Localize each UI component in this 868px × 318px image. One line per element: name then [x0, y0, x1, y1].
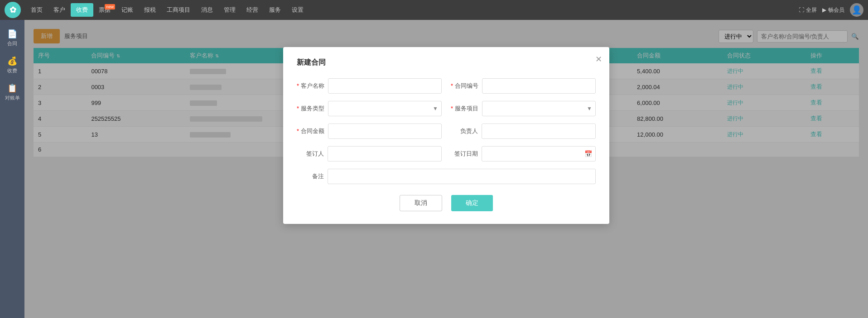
amount-label: 合同金额: [297, 127, 324, 135]
remarks-input[interactable]: [328, 169, 596, 184]
service-item-select[interactable]: [482, 101, 596, 116]
person-in-charge-label: 负责人: [451, 127, 478, 135]
form-group-person: 负责人: [451, 123, 596, 139]
remarks-label: 备注: [297, 172, 324, 180]
contract-no-label: 合同编号: [451, 82, 478, 90]
customer-name-label: 客户名称: [297, 82, 324, 90]
form-group-service-type: 服务类型 ▼: [297, 101, 442, 116]
cancel-button[interactable]: 取消: [400, 195, 442, 211]
nav-item-management[interactable]: 管理: [218, 3, 241, 17]
nav-item-message[interactable]: 消息: [196, 3, 218, 17]
nav-item-operation[interactable]: 经营: [241, 3, 264, 17]
form-group-remarks: 备注: [297, 169, 596, 184]
sign-date-label: 签订日期: [451, 150, 478, 158]
contract-no-input[interactable]: [482, 78, 596, 94]
sidebar-item-contract[interactable]: 📄 合同: [0, 24, 24, 52]
service-type-select[interactable]: [328, 101, 442, 116]
form-group-contract-no: 合同编号: [451, 78, 596, 94]
nav-item-tax[interactable]: 报税: [139, 3, 161, 17]
sidebar-item-statement[interactable]: 📋 对账单: [0, 79, 24, 106]
nav-menu: 首页 客户 收费 票据 new 记账 报税 工商项目 消息 管理 经营 服务 设…: [25, 3, 799, 17]
nav-item-bookkeeping[interactable]: 记账: [116, 3, 139, 17]
form-group-customer: 客户名称: [297, 78, 442, 94]
modal-close-button[interactable]: ✕: [595, 54, 602, 64]
new-badge: new: [105, 4, 115, 9]
fullscreen-icon: ⛶: [799, 7, 804, 13]
signer-input[interactable]: [328, 146, 442, 161]
nav-item-customer[interactable]: 客户: [48, 3, 71, 17]
form-row-1: 客户名称 合同编号: [297, 78, 596, 94]
sidebar: 📄 合同 💰 收费 📋 对账单: [0, 20, 24, 318]
contract-icon: 📄: [7, 29, 17, 39]
nav-item-bill[interactable]: 票据 new: [93, 3, 116, 17]
form-row-4: 签订人 签订日期 2023-06-06 📅: [297, 146, 596, 161]
sign-date-input[interactable]: 2023-06-06: [482, 146, 596, 161]
nav-item-business[interactable]: 工商项目: [161, 3, 196, 17]
nav-right-section: ⛶ 全屏 ▶ 畅会员 👤: [799, 3, 863, 17]
form-group-sign-date: 签订日期 2023-06-06 📅: [451, 146, 596, 161]
top-navigation: ✿ 首页 客户 收费 票据 new 记账 报税 工商项目 消息 管理 经营 服务…: [0, 0, 868, 20]
customer-name-input[interactable]: [328, 78, 442, 94]
nav-item-home[interactable]: 首页: [25, 3, 48, 17]
form-row-2: 服务类型 ▼ 服务项目 ▼: [297, 101, 596, 116]
form-group-signer: 签订人: [297, 146, 442, 161]
play-icon: ▶: [822, 7, 826, 13]
service-type-label: 服务类型: [297, 104, 324, 113]
signer-label: 签订人: [297, 150, 324, 158]
nav-item-settings[interactable]: 设置: [286, 3, 309, 17]
sidebar-item-fee[interactable]: 💰 收费: [0, 52, 24, 79]
main-area: 📄 合同 💰 收费 📋 对账单 新增 服务项目 进行中 已完成 已取消: [0, 20, 868, 318]
member-button[interactable]: ▶ 畅会员: [822, 6, 844, 14]
fullscreen-button[interactable]: ⛶ 全屏: [799, 6, 817, 14]
form-group-amount: 合同金额 0.00: [297, 123, 442, 139]
modal-footer: 取消 确定: [297, 195, 596, 211]
modal-overlay: ✕ 新建合同 客户名称 合同编号 服务类型: [24, 20, 868, 318]
service-item-select-wrap: ▼: [482, 101, 596, 116]
service-item-label: 服务项目: [451, 104, 478, 113]
form-row-5: 备注: [297, 169, 596, 184]
nav-item-service[interactable]: 服务: [264, 3, 286, 17]
amount-input[interactable]: 0.00: [328, 123, 442, 139]
form-group-service-item: 服务项目 ▼: [451, 101, 596, 116]
nav-item-fee[interactable]: 收费: [71, 3, 93, 17]
app-logo: ✿: [5, 2, 21, 18]
modal-title: 新建合同: [297, 58, 596, 67]
form-row-3: 合同金额 0.00 负责人: [297, 123, 596, 139]
user-avatar[interactable]: 👤: [850, 3, 863, 17]
service-type-select-wrap: ▼: [328, 101, 442, 116]
person-in-charge-input[interactable]: [482, 123, 596, 139]
content-area: 新增 服务项目 进行中 已完成 已取消 🔍 序号 合同编号⇅ 客: [24, 20, 868, 318]
statement-icon: 📋: [7, 83, 17, 93]
confirm-button[interactable]: 确定: [451, 195, 493, 211]
new-contract-modal: ✕ 新建合同 客户名称 合同编号 服务类型: [283, 47, 609, 224]
fee-icon: 💰: [7, 56, 17, 66]
sign-date-input-wrap: 2023-06-06 📅: [482, 146, 596, 161]
